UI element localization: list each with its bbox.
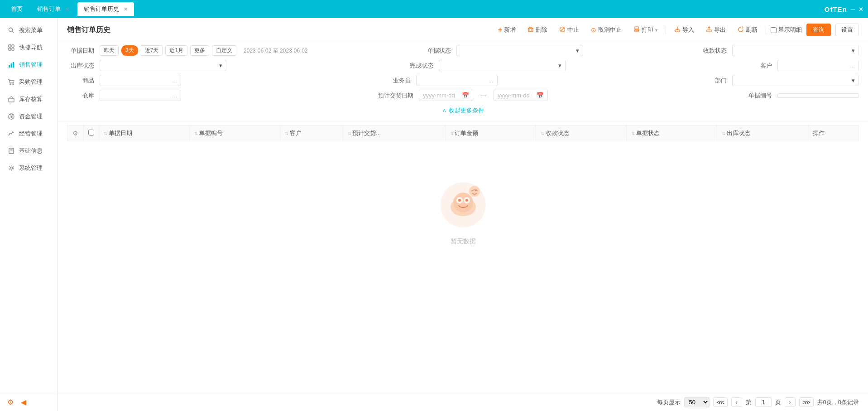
date-btn-3days[interactable]: 3天 — [121, 45, 138, 56]
calendar-to-icon[interactable]: 📅 — [537, 92, 544, 99]
stop-button[interactable]: 中止 — [556, 24, 583, 36]
purchase-mgmt-icon — [7, 78, 15, 86]
th-date[interactable]: ⇅ 单据日期 — [99, 126, 190, 141]
delivery-date-from[interactable]: yyyy-mm-dd 📅 — [419, 90, 473, 101]
date-btn-custom[interactable]: 自定义 — [212, 45, 236, 56]
stop-icon — [559, 26, 566, 34]
sidebar-item-purchase-mgmt-label: 采购管理 — [19, 78, 43, 86]
order-status-dropdown-icon[interactable]: ▾ — [576, 47, 579, 54]
sidebar-item-operations[interactable]: 经营管理 — [0, 125, 58, 142]
delivery-status-dropdown-icon[interactable]: ▾ — [219, 62, 222, 69]
customer-input[interactable]: ... — [777, 60, 859, 71]
th-customer[interactable]: ⇅ 客户 — [280, 126, 343, 141]
pagination-bar: 每页显示 20 50 100 ⋘ ‹ 第 页 › ⋙ 共0页，0条记录 — [58, 393, 868, 411]
query-button[interactable]: 查询 — [806, 24, 831, 36]
toolbar-divider-2 — [766, 26, 766, 34]
data-table: ⚙ ⇅ 单据日期 ⇅ 单据编号 — [67, 125, 859, 141]
export-label: 导出 — [714, 26, 726, 34]
th-expected-delivery[interactable]: ⇅ 预计交货... — [343, 126, 445, 141]
tab-sales-order[interactable]: 销售订单 ✕ — [31, 2, 76, 16]
date-btn-more[interactable]: 更多 — [190, 45, 209, 56]
delivery-date-to[interactable]: yyyy-mm-dd 📅 — [494, 90, 548, 101]
prev-page-btn[interactable]: ‹ — [731, 397, 742, 407]
page-input[interactable] — [755, 397, 772, 407]
table-settings-icon[interactable]: ⚙ — [72, 130, 78, 137]
display-detail-check[interactable] — [771, 27, 777, 33]
date-btn-1month[interactable]: 近1月 — [165, 45, 187, 56]
complete-status-label: 完成状态 — [406, 62, 433, 70]
last-page-btn[interactable]: ⋙ — [799, 397, 814, 407]
sidebar-item-search-menu[interactable]: 搜索菜单 — [0, 22, 58, 39]
sidebar-item-basic-info[interactable]: 基础信息 — [0, 142, 58, 160]
tab-sales-order-history-close[interactable]: ✕ — [124, 6, 128, 12]
svg-point-18 — [10, 167, 13, 169]
cancel-stop-button[interactable]: ⊙ 取消中止 — [587, 24, 625, 36]
warehouse-input[interactable]: ... — [100, 90, 181, 101]
filter-row-1: 单据日期 昨天 3天 近7天 近1月 更多 自定义 2023-06-02 至 2… — [67, 45, 859, 56]
product-ellipsis-icon[interactable]: ... — [172, 77, 177, 84]
sidebar-item-sales-mgmt[interactable]: 销售管理 — [0, 56, 58, 73]
export-button[interactable]: 导出 — [702, 24, 729, 36]
next-page-btn[interactable]: › — [785, 397, 796, 407]
settings-button[interactable]: 设置 — [835, 24, 859, 36]
date-filter-buttons: 昨天 3天 近7天 近1月 更多 自定义 — [100, 45, 236, 56]
select-all-checkbox[interactable] — [88, 130, 94, 135]
th-customer-sort-icon: ⇅ — [285, 131, 290, 136]
delete-button[interactable]: 删除 — [524, 24, 551, 36]
payment-status-dropdown-icon[interactable]: ▾ — [852, 47, 855, 54]
product-input[interactable]: ... — [100, 75, 181, 86]
th-payment-status[interactable]: ⇅ 收款状态 — [536, 126, 626, 141]
import-button[interactable]: 导入 — [671, 24, 698, 36]
quick-nav-icon — [7, 44, 15, 52]
delivery-status-select[interactable]: ▾ — [100, 60, 226, 71]
sidebar-item-inventory[interactable]: 库存核算 — [0, 91, 58, 108]
brand-label: OfTEn — [825, 5, 847, 13]
th-amount[interactable]: ⇅ 订单金额 — [445, 126, 536, 141]
sidebar-item-inventory-label: 库存核算 — [19, 95, 43, 103]
main-layout: 搜索菜单 快捷导航 销售管理 采购管理 库存核算 — [0, 18, 868, 411]
sidebar-item-purchase-mgmt[interactable]: 采购管理 — [0, 73, 58, 91]
refresh-button[interactable]: 刷新 — [734, 24, 761, 36]
sidebar-item-sys-mgmt[interactable]: 系统管理 — [0, 160, 58, 177]
order-status-select[interactable]: ▾ — [456, 45, 583, 56]
first-page-btn[interactable]: ⋘ — [713, 397, 728, 407]
tab-home[interactable]: 首页 — [5, 2, 29, 16]
svg-rect-4 — [9, 48, 11, 50]
finance-icon: ¥ — [7, 112, 15, 121]
print-button[interactable]: 打印 ▾ — [630, 24, 661, 36]
collapse-bar[interactable]: ∧ 收起更多条件 — [67, 105, 859, 116]
display-detail-label: 显示明细 — [778, 26, 802, 34]
query-label: 查询 — [813, 26, 825, 34]
th-order-status[interactable]: ⇅ 单据状态 — [627, 126, 717, 141]
complete-status-select[interactable]: ▾ — [439, 60, 566, 71]
sidebar-settings-icon[interactable]: ⚙ — [7, 398, 14, 406]
department-dropdown-icon[interactable]: ▾ — [852, 77, 855, 84]
department-select[interactable]: ▾ — [732, 75, 859, 86]
salesperson-input[interactable]: ... — [416, 75, 498, 86]
svg-rect-5 — [12, 48, 14, 50]
new-button[interactable]: + 新增 — [494, 24, 519, 36]
print-dropdown-icon[interactable]: ▾ — [655, 28, 657, 33]
tab-sales-order-history[interactable]: 销售订单历史 ✕ — [77, 2, 134, 16]
sidebar-item-quick-nav[interactable]: 快捷导航 — [0, 39, 58, 56]
date-btn-yesterday[interactable]: 昨天 — [100, 45, 119, 56]
customer-ellipsis-icon[interactable]: ... — [850, 62, 855, 69]
tab-sales-order-close[interactable]: ✕ — [65, 6, 69, 12]
complete-status-dropdown-icon[interactable]: ▾ — [558, 62, 561, 69]
sidebar-item-finance-label: 资金管理 — [19, 112, 43, 121]
th-order-no[interactable]: ⇅ 单据编号 — [190, 126, 280, 141]
sidebar-collapse-icon[interactable]: ◀ — [21, 398, 26, 406]
payment-status-select[interactable]: ▾ — [732, 45, 859, 56]
th-delivery-status[interactable]: ⇅ 出库状态 — [717, 126, 808, 141]
calendar-from-icon[interactable]: 📅 — [462, 92, 469, 99]
sidebar-item-finance[interactable]: ¥ 资金管理 — [0, 108, 58, 125]
order-number-input[interactable] — [777, 93, 859, 98]
warehouse-ellipsis-icon[interactable]: ... — [172, 92, 177, 99]
sidebar-item-operations-label: 经营管理 — [19, 130, 43, 138]
date-btn-7days[interactable]: 近7天 — [141, 45, 163, 56]
window-minimize[interactable]: ─ — [851, 6, 855, 13]
salesperson-ellipsis-icon[interactable]: ... — [489, 77, 494, 84]
display-detail-checkbox[interactable]: 显示明细 — [771, 26, 802, 34]
page-size-select[interactable]: 20 50 100 — [684, 397, 710, 407]
window-close[interactable]: ✕ — [858, 6, 863, 13]
